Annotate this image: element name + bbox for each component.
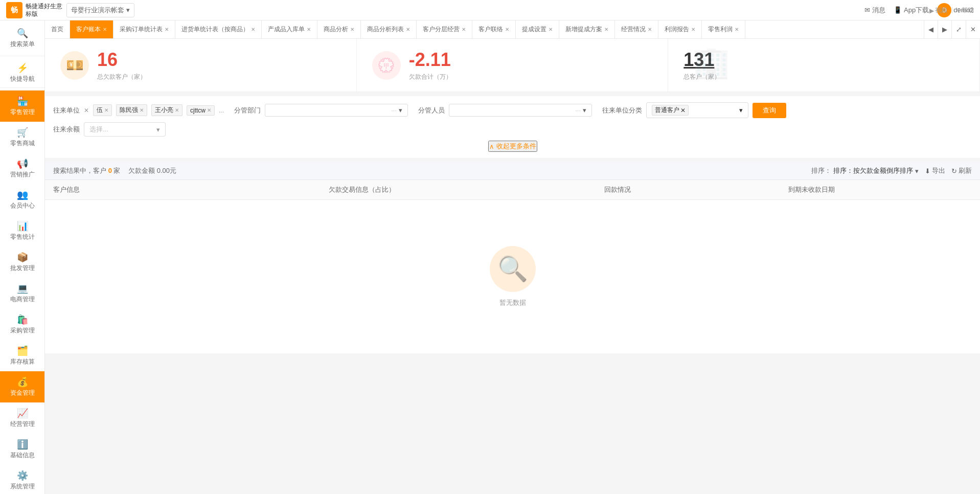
tab-purchase-order[interactable]: 采购订单统计表 ✕ xyxy=(113,20,175,39)
tab-profit-report[interactable]: 利润报告 ✕ xyxy=(658,20,702,39)
sidebar-item-system[interactable]: ⚙️ 系统管理 xyxy=(0,465,44,494)
tab-customer-ledger[interactable]: 客户账本 ✕ xyxy=(70,20,113,39)
export-btn[interactable]: ⬇ 导出 xyxy=(925,166,945,175)
close-tab-product-analysis-list[interactable]: ✕ xyxy=(406,27,410,32)
col-debt-info: 欠款交易信息（占比） xyxy=(329,185,604,194)
sidebar-item-purchase[interactable]: 🛍️ 采购管理 xyxy=(0,309,44,340)
filter-tag-wang[interactable]: 王小亮 ✕ xyxy=(151,104,183,116)
close-tab-profit-report[interactable]: ✕ xyxy=(691,27,695,32)
close-tab-retail-profit[interactable]: ✕ xyxy=(735,27,739,32)
message-icon: ✉ xyxy=(864,6,870,14)
close-tab-operations[interactable]: ✕ xyxy=(648,27,652,32)
operations-icon: 📈 xyxy=(17,408,28,419)
col-customer-info: 客户信息 xyxy=(53,185,329,194)
tab-home[interactable]: 首页 xyxy=(45,20,70,39)
sidebar-item-basic-info[interactable]: ℹ️ 基础信息 xyxy=(0,434,44,465)
message-btn[interactable]: ✉ 消息 xyxy=(864,6,885,15)
top-bar-left: 畅 畅捷通好生意 标版 母婴行业演示帐套 ▾ xyxy=(6,2,134,18)
sidebar-item-member[interactable]: 👥 会员中心 xyxy=(0,184,44,215)
tab-new-raise-plan[interactable]: 新增提成方案 ✕ xyxy=(559,20,615,39)
filter-tag-chen[interactable]: 陈民强 ✕ xyxy=(116,104,147,116)
close-tab-product-analysis[interactable]: ✕ xyxy=(350,27,354,32)
stat-card1-icon-bg: 💴 xyxy=(60,51,89,80)
filter-dept-label: 分管部门 xyxy=(234,106,261,115)
sidebar-item-ecommerce[interactable]: 💻 电商管理 xyxy=(0,278,44,309)
app-download-btn[interactable]: 📱 App下载 xyxy=(894,6,929,15)
stat-card3-bg-icon: 🏢 xyxy=(692,44,731,80)
sidebar-item-retail-mall[interactable]: 🛒 零售商城 xyxy=(0,122,44,153)
quick-nav-icon: ⚡ xyxy=(17,62,28,74)
finance-icon: 💰 xyxy=(17,376,28,388)
member-icon: 👥 xyxy=(17,189,28,200)
sidebar-item-finance[interactable]: 💰 资金管理 xyxy=(0,371,44,402)
sidebar-item-retail-mgmt[interactable]: 🏪 零售管理 xyxy=(0,91,44,122)
tab-raise-settings[interactable]: 提成设置 ✕ xyxy=(516,20,559,39)
store-selector[interactable]: 母婴行业演示帐套 ▾ xyxy=(66,3,134,17)
remove-tag-chen[interactable]: ✕ xyxy=(140,107,144,113)
empty-icon-bg: 🔍 xyxy=(490,246,536,292)
sidebar-item-wholesale[interactable]: 📦 批发管理 xyxy=(0,246,44,278)
sort-chevron: ▾ xyxy=(915,167,919,175)
retail-stats-icon: 📊 xyxy=(17,220,28,232)
category-tag-normal[interactable]: 普通客户 ✕ xyxy=(652,105,689,116)
table-header: 客户信息 欠款交易信息（占比） 回款情况 到期未收款日期 xyxy=(45,180,980,200)
query-button[interactable]: 查询 xyxy=(753,103,786,118)
close-tab-raise-settings[interactable]: ✕ xyxy=(549,27,553,32)
close-tab-new-raise-plan[interactable]: ✕ xyxy=(604,27,608,32)
tab-product-analysis[interactable]: 商品分析 ✕ xyxy=(317,20,361,39)
person-chevron: ▾ xyxy=(583,106,586,114)
remove-tag-cjttcw[interactable]: ✕ xyxy=(207,107,211,113)
close-tab-customer-contact[interactable]: ✕ xyxy=(505,27,509,32)
collapse-icon: ∧ xyxy=(489,143,494,150)
collapse-btn[interactable]: ∧ 收起更多条件 xyxy=(488,141,537,152)
sidebar-item-marketing[interactable]: 📢 营销推广 xyxy=(0,153,44,184)
remove-tag-wu[interactable]: ✕ xyxy=(104,107,108,113)
filter-balance-input[interactable]: 选择... ▾ xyxy=(84,122,166,137)
stat-card3-inner: 🏢 131 总客户（家） xyxy=(683,49,720,81)
remove-tag-wang[interactable]: ✕ xyxy=(175,107,179,113)
tab-customer-contact[interactable]: 客户联络 ✕ xyxy=(472,20,516,39)
wholesale-icon: 📦 xyxy=(17,252,28,263)
tab-retail-profit[interactable]: 零售利润 ✕ xyxy=(702,20,745,39)
filter-person-select[interactable]: ··· ▾ xyxy=(449,104,592,117)
sidebar-item-inventory[interactable]: 🗂️ 库存核算 xyxy=(0,340,44,371)
filter-more-btn[interactable]: ... xyxy=(219,107,224,114)
close-tab-customer-tier[interactable]: ✕ xyxy=(462,27,466,32)
col-repayment: 回款情况 xyxy=(604,185,788,194)
empty-text: 暂无数据 xyxy=(499,298,526,307)
close-tab-inbound-stats[interactable]: ✕ xyxy=(251,27,255,32)
close-tab-purchase-order[interactable]: ✕ xyxy=(165,27,169,32)
tab-inbound-stats[interactable]: 进货单统计表（按商品） ✕ xyxy=(175,20,262,39)
results-actions: 排序： 排序：按欠款金额倒序排序 ▾ ⬇ 导出 ↻ 刷新 xyxy=(811,166,972,175)
filter-balance-label: 往来余额 xyxy=(53,125,80,134)
tab-close-all-btn[interactable]: ✕ xyxy=(966,20,980,39)
tab-maximize-btn[interactable]: ⤢ xyxy=(951,20,966,39)
collapse-area: ∧ 收起更多条件 xyxy=(53,141,972,152)
close-tab-customer-ledger[interactable]: ✕ xyxy=(103,27,107,32)
purchase-icon: 🛍️ xyxy=(17,314,28,325)
logo-text: 畅捷通好生意 标版 xyxy=(26,3,62,17)
remove-category-tag[interactable]: ✕ xyxy=(680,107,686,114)
tab-product-analysis-list[interactable]: 商品分析列表 ✕ xyxy=(361,20,417,39)
close-tab-product-inbound[interactable]: ✕ xyxy=(307,27,311,32)
tab-next-btn[interactable]: ▶ xyxy=(938,20,951,39)
balance-chevron: ▾ xyxy=(156,126,160,133)
sort-select[interactable]: 排序： 排序：按欠款金额倒序排序 ▾ xyxy=(811,166,919,175)
refresh-btn[interactable]: ↻ 刷新 xyxy=(951,166,972,175)
sidebar-quick-nav[interactable]: ⚡ 快捷导航 xyxy=(0,58,44,88)
tab-product-inbound[interactable]: 产成品入库单 ✕ xyxy=(262,20,317,39)
filter-tag-cjttcw[interactable]: cjttcw ✕ xyxy=(187,105,215,116)
sidebar-search-btn[interactable]: 🔍 搜索菜单 xyxy=(0,25,44,52)
filter-category-select[interactable]: 普通客户 ✕ ▾ xyxy=(646,102,748,118)
tab-prev-btn[interactable]: ◀ xyxy=(924,20,938,39)
stat-card2-icon-bg: 💮 xyxy=(372,51,401,80)
tab-operations[interactable]: 经营情况 ✕ xyxy=(615,20,658,39)
basic-info-icon: ℹ️ xyxy=(17,439,28,450)
sidebar-item-retail-stats[interactable]: 📊 零售统计 xyxy=(0,215,44,246)
sidebar-item-operations[interactable]: 📈 经营管理 xyxy=(0,402,44,434)
filter-category-label: 往来单位分类 xyxy=(602,106,642,115)
tab-customer-tier[interactable]: 客户分层经营 ✕ xyxy=(417,20,472,39)
filter-tag-wu[interactable]: 伍 ✕ xyxy=(93,104,112,116)
empty-icon: 🔍 xyxy=(497,255,528,283)
filter-dept-select[interactable]: ··· ▾ xyxy=(265,104,408,117)
